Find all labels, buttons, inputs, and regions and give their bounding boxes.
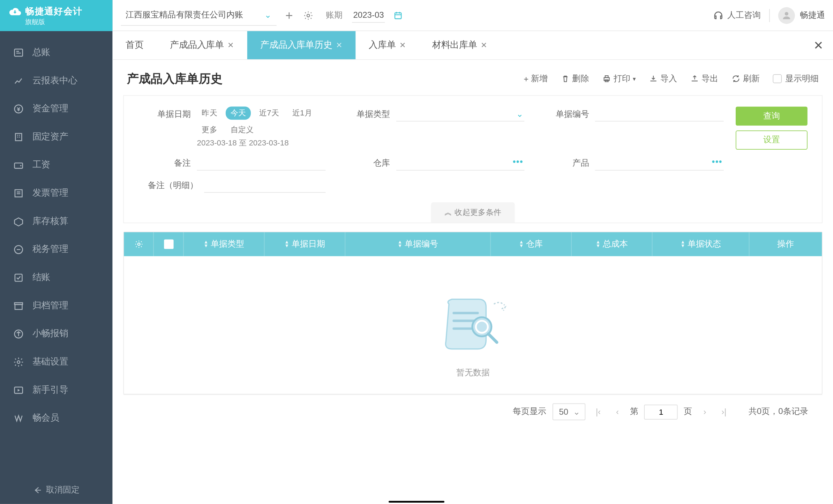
nav-item-funds[interactable]: 资金管理: [0, 95, 113, 123]
svg-rect-8: [15, 304, 22, 309]
import-button[interactable]: 导入: [649, 73, 677, 84]
add-button[interactable]: +新增: [524, 73, 548, 84]
warehouse-input[interactable]: [396, 156, 524, 171]
prev-page-button[interactable]: ‹: [611, 405, 624, 419]
calendar-icon[interactable]: [393, 10, 403, 20]
consult-link[interactable]: 人工咨询: [713, 10, 761, 21]
close-all-tabs[interactable]: ✕: [804, 31, 833, 59]
remark-detail-input[interactable]: [204, 178, 325, 193]
th-doc-no[interactable]: ▲▼单据编号: [346, 232, 491, 256]
tab-product-inbound[interactable]: 产成品入库单✕: [157, 31, 247, 59]
gear-icon: [134, 239, 143, 249]
checkbox-icon: [773, 74, 782, 83]
table-header: ▲▼单据类型 ▲▼单据日期 ▲▼单据编号 ▲▼仓库 ▲▼总成本 ▲▼单据状态 操…: [124, 232, 822, 256]
tab-material-outbound[interactable]: 材料出库单✕: [419, 31, 500, 59]
nav-item-expense[interactable]: 小畅报销: [0, 319, 113, 348]
add-company-button[interactable]: [283, 9, 296, 22]
chip-today[interactable]: 今天: [226, 106, 251, 120]
th-total-cost[interactable]: ▲▼总成本: [572, 232, 653, 256]
show-detail-checkbox[interactable]: 显示明细: [773, 73, 819, 84]
page-prefix: 第: [630, 406, 638, 417]
product-input[interactable]: [595, 156, 723, 171]
nav-item-cloud-reports[interactable]: 云报表中心: [0, 66, 113, 95]
ellipsis-icon[interactable]: •••: [513, 157, 523, 166]
settings-button[interactable]: [302, 9, 315, 22]
close-icon[interactable]: ✕: [481, 41, 487, 50]
th-checkbox[interactable]: [154, 232, 184, 256]
delete-button[interactable]: 删除: [561, 73, 589, 84]
first-page-button[interactable]: |‹: [592, 405, 605, 419]
close-icon[interactable]: ✕: [399, 41, 406, 50]
nav-item-guide[interactable]: 新手引导: [0, 376, 113, 404]
collapse-filter-button[interactable]: ︽ 收起更多条件: [431, 202, 515, 223]
chip-7days[interactable]: 近7天: [254, 106, 284, 120]
ellipsis-icon[interactable]: •••: [712, 157, 722, 166]
per-page-label: 每页显示: [513, 406, 546, 417]
doc-no-input[interactable]: [595, 106, 723, 121]
filter-label: 单据类型: [337, 106, 390, 120]
next-page-button[interactable]: ›: [698, 405, 712, 419]
refresh-button[interactable]: 刷新: [731, 73, 760, 84]
box-icon: [13, 216, 24, 227]
nav-item-tax[interactable]: 税务管理: [0, 235, 113, 263]
page-input[interactable]: [644, 404, 678, 419]
page-suffix: 页: [684, 406, 692, 417]
th-settings[interactable]: [124, 232, 154, 256]
per-page-select[interactable]: 50⌄: [553, 404, 586, 420]
tab-home[interactable]: 首页: [113, 31, 157, 59]
chip-yesterday[interactable]: 昨天: [197, 106, 222, 120]
pagination: 每页显示 50⌄ |‹ ‹ 第 页 › ›| 共0页，0条记录: [123, 394, 822, 429]
user-menu[interactable]: 畅捷通: [778, 7, 825, 24]
th-doc-date[interactable]: ▲▼单据日期: [265, 232, 346, 256]
chip-1month[interactable]: 近1月: [287, 106, 317, 120]
filter-remark-detail: 备注（明细）: [138, 178, 325, 193]
period-value[interactable]: 2023-03: [352, 8, 385, 23]
nav-item-invoice[interactable]: 发票管理: [0, 179, 113, 207]
nav-label: 归档管理: [32, 300, 68, 311]
filter-label: 单据日期: [138, 106, 191, 120]
chip-custom[interactable]: 自定义: [226, 123, 258, 136]
act-label: 刷新: [743, 73, 760, 84]
th-label: 单据状态: [688, 239, 721, 250]
nav-item-archive[interactable]: 归档管理: [0, 292, 113, 320]
close-icon[interactable]: ✕: [227, 41, 234, 50]
query-button[interactable]: 查询: [736, 106, 808, 126]
trash-icon: [561, 74, 570, 83]
th-doc-type[interactable]: ▲▼单据类型: [184, 232, 265, 256]
company-selector[interactable]: 江西服宝精品有限责任公司内账 ⌄: [121, 5, 277, 25]
nav-label: 小畅报销: [32, 328, 68, 339]
nav-item-settings[interactable]: 基础设置: [0, 348, 113, 376]
filter-remark: 备注: [138, 156, 325, 171]
filter-doc-type: 单据类型 ⌄: [337, 106, 525, 148]
sidebar-footer-label: 取消固定: [46, 485, 80, 496]
th-warehouse[interactable]: ▲▼仓库: [491, 232, 572, 256]
sidebar-unpin[interactable]: 取消固定: [0, 476, 113, 504]
filter-label: 仓库: [337, 156, 390, 169]
doc-type-select[interactable]: [396, 106, 524, 121]
last-page-button[interactable]: ›|: [717, 405, 730, 419]
nav-item-general-ledger[interactable]: 总账: [0, 38, 113, 67]
export-button[interactable]: 导出: [690, 73, 719, 84]
print-button[interactable]: 打印▾: [602, 73, 636, 84]
chip-more[interactable]: 更多: [197, 123, 222, 136]
tab-inbound[interactable]: 入库单✕: [355, 31, 419, 59]
act-label: 打印: [614, 73, 630, 84]
check-icon: [13, 272, 24, 283]
date-range: 2023-03-18 至 2023-03-18: [197, 138, 325, 149]
svg-rect-7: [15, 274, 22, 281]
sort-icon: ▲▼: [519, 241, 524, 248]
nav-item-salary[interactable]: 工资: [0, 151, 113, 179]
nav: 总账 云报表中心 资金管理 固定资产 工资 发票管理 库存核算 税务管理 结账 …: [0, 31, 113, 476]
remark-input[interactable]: [197, 156, 325, 171]
nav-item-member[interactable]: 畅会员: [0, 404, 113, 432]
th-status[interactable]: ▲▼单据状态: [653, 232, 750, 256]
nav-item-fixed-assets[interactable]: 固定资产: [0, 123, 113, 151]
nav-label: 工资: [32, 159, 50, 171]
th-label: 总成本: [603, 239, 628, 250]
nav-item-inventory[interactable]: 库存核算: [0, 207, 113, 235]
close-icon[interactable]: ✕: [336, 41, 343, 50]
nav-item-closing[interactable]: 结账: [0, 263, 113, 292]
filter-label: 单据编号: [536, 106, 589, 120]
filter-settings-button[interactable]: 设置: [736, 130, 808, 150]
tab-product-inbound-history[interactable]: 产成品入库单历史✕: [247, 31, 356, 59]
